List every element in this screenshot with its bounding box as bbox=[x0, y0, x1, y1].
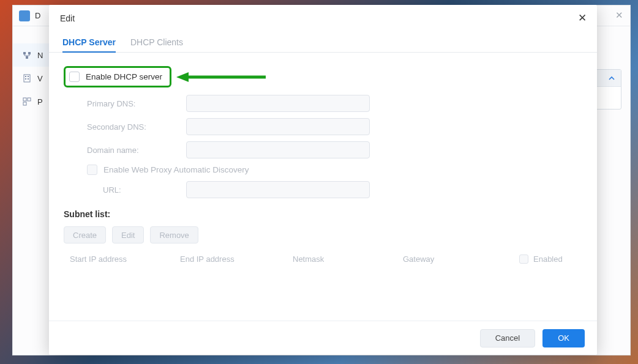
domain-name-input[interactable] bbox=[186, 141, 370, 158]
wpad-label: Enable Web Proxy Automatic Discovery bbox=[103, 165, 249, 174]
svg-rect-8 bbox=[23, 98, 26, 101]
annotation-arrow-icon bbox=[175, 70, 267, 84]
svg-rect-3 bbox=[24, 75, 30, 82]
dialog-title: Edit bbox=[60, 13, 75, 23]
wpad-checkbox[interactable] bbox=[87, 165, 97, 175]
svg-rect-2 bbox=[26, 56, 28, 59]
svg-rect-9 bbox=[28, 98, 31, 101]
enable-dhcp-label: Enable DHCP server bbox=[86, 72, 162, 81]
remove-button[interactable]: Remove bbox=[150, 226, 198, 243]
svg-rect-4 bbox=[25, 76, 26, 77]
parent-close-icon[interactable]: ✕ bbox=[614, 10, 624, 20]
primary-dns-label: Primary DNS: bbox=[64, 99, 186, 108]
network-icon bbox=[21, 50, 32, 61]
svg-rect-1 bbox=[28, 52, 31, 54]
sidebar-item-label: P bbox=[37, 97, 43, 106]
col-gateway: Gateway bbox=[397, 252, 513, 266]
col-enabled: Enabled bbox=[533, 254, 563, 264]
enable-dhcp-highlight: Enable DHCP server bbox=[64, 66, 171, 87]
edit-button[interactable]: Edit bbox=[112, 226, 144, 243]
col-netmask: Netmask bbox=[287, 252, 397, 266]
app-title-fragment: D bbox=[35, 11, 40, 20]
svg-rect-7 bbox=[28, 78, 29, 80]
enable-dhcp-checkbox[interactable] bbox=[69, 72, 80, 82]
col-enabled-checkbox[interactable] bbox=[519, 254, 528, 264]
url-label: URL: bbox=[64, 185, 186, 195]
sidebar-item-label: N bbox=[37, 51, 43, 60]
building-icon bbox=[21, 73, 32, 84]
close-icon[interactable]: ✕ bbox=[576, 12, 588, 24]
subnet-table-header: Start IP address End IP address Netmask … bbox=[64, 252, 582, 266]
components-icon bbox=[21, 96, 32, 107]
svg-rect-10 bbox=[23, 102, 26, 105]
secondary-dns-input[interactable] bbox=[186, 118, 370, 135]
app-icon bbox=[19, 10, 30, 21]
tab-dhcp-server[interactable]: DHCP Server bbox=[62, 37, 116, 52]
create-button[interactable]: Create bbox=[64, 226, 106, 243]
col-start-ip: Start IP address bbox=[64, 252, 174, 266]
chevron-up-icon[interactable] bbox=[606, 73, 617, 84]
edit-dialog: Edit ✕ DHCP Server DHCP Clients Enable D… bbox=[49, 5, 597, 355]
svg-rect-6 bbox=[25, 78, 26, 80]
svg-rect-5 bbox=[28, 76, 29, 77]
col-end-ip: End IP address bbox=[174, 252, 287, 266]
primary-dns-input[interactable] bbox=[186, 95, 370, 112]
secondary-dns-label: Secondary DNS: bbox=[64, 122, 186, 132]
tab-bar: DHCP Server DHCP Clients bbox=[49, 32, 597, 53]
sidebar-item-label: V bbox=[37, 74, 43, 83]
tab-dhcp-clients[interactable]: DHCP Clients bbox=[130, 37, 183, 52]
svg-marker-12 bbox=[176, 72, 189, 82]
svg-rect-0 bbox=[23, 52, 26, 54]
domain-name-label: Domain name: bbox=[64, 146, 186, 155]
url-input[interactable] bbox=[186, 181, 370, 198]
ok-button[interactable]: OK bbox=[542, 329, 585, 347]
subnet-list-heading: Subnet list: bbox=[64, 209, 582, 219]
cancel-button[interactable]: Cancel bbox=[480, 329, 535, 347]
